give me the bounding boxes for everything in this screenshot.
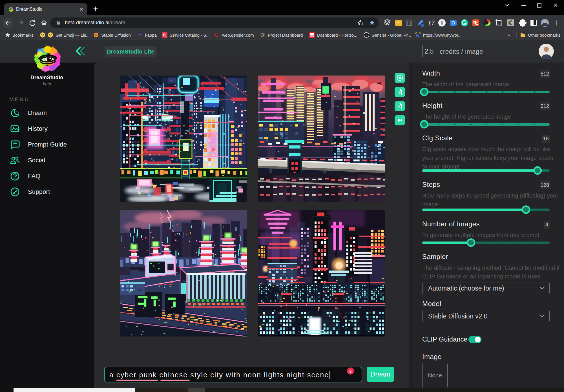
svg-text:P: P: [163, 33, 165, 37]
svg-text:G: G: [215, 32, 219, 38]
svg-text:W: W: [416, 34, 420, 38]
